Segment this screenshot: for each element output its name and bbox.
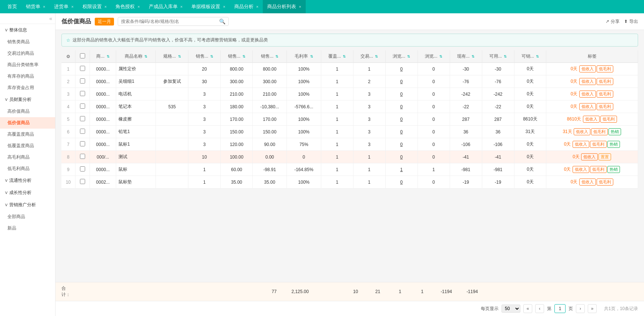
recent-badge[interactable]: 近一月: [95, 18, 114, 26]
td-b1[interactable]: 0: [385, 113, 417, 126]
td-checkbox[interactable]: [75, 176, 90, 188]
browse-link[interactable]: 0: [400, 104, 403, 109]
row-checkbox[interactable]: [80, 179, 85, 184]
sidebar-item-库存资金占用[interactable]: 库存资金占用: [0, 82, 55, 94]
th-code[interactable]: 商... ⇅: [90, 50, 116, 63]
per-page-select[interactable]: 50 100 200: [502, 305, 520, 313]
th-name[interactable]: 商品名称 ⇅: [116, 50, 156, 63]
th-coverage[interactable]: 覆盖... ⇅: [321, 50, 353, 63]
nav-item-商品分析列表[interactable]: 商品分析列表 ×: [263, 0, 305, 13]
select-all-checkbox[interactable]: [80, 53, 85, 58]
td-b1[interactable]: 0: [385, 138, 417, 151]
browse-link[interactable]: 0: [400, 154, 403, 160]
th-grossMargin[interactable]: 毛利率 ⇅: [287, 50, 321, 63]
nav-item-角色授权[interactable]: 角色授权 ×: [111, 0, 144, 13]
td-checkbox[interactable]: [75, 113, 90, 126]
browse-link[interactable]: 0: [400, 142, 403, 147]
browse-link[interactable]: 0: [400, 79, 403, 84]
td-checkbox[interactable]: [75, 163, 90, 176]
search-icon[interactable]: 🔍: [219, 18, 225, 24]
export-button[interactable]: ⬆ 导出: [624, 18, 638, 25]
nav-item-商品分析[interactable]: 商品分析 ×: [230, 0, 263, 13]
th-sales1[interactable]: 销售... ⇅: [188, 50, 221, 63]
sidebar-item-高毛利商品[interactable]: 高毛利商品: [0, 152, 55, 163]
th-sales2[interactable]: 销售... ⇅: [221, 50, 253, 63]
td-b1[interactable]: 0: [385, 63, 417, 75]
nav-item-进货单[interactable]: 进货单 ×: [50, 0, 78, 13]
td-b1[interactable]: 1: [385, 163, 417, 176]
th-saleable[interactable]: 可销... ⇅: [514, 50, 546, 63]
td-b1[interactable]: 0: [385, 88, 417, 101]
browse-link[interactable]: 0: [400, 67, 403, 72]
th-browse1[interactable]: 浏览... ⇅: [385, 50, 417, 63]
th-browse2[interactable]: 浏览... ⇅: [417, 50, 450, 63]
close-icon[interactable]: ×: [255, 4, 258, 9]
sidebar-item-商品分类销售率[interactable]: 商品分类销售率: [0, 59, 55, 71]
last-page-btn[interactable]: »: [588, 304, 597, 313]
close-icon[interactable]: ×: [103, 4, 107, 9]
sidebar-item-高覆盖度商品[interactable]: 高覆盖度商品: [0, 129, 55, 140]
td-checkbox[interactable]: [75, 151, 90, 163]
close-icon[interactable]: ×: [42, 4, 45, 9]
nav-item-权限设置[interactable]: 权限设置 ×: [78, 0, 111, 13]
row-checkbox[interactable]: [80, 116, 85, 121]
prev-page-btn[interactable]: ‹: [535, 304, 544, 313]
browse-link[interactable]: 1: [400, 167, 403, 172]
sidebar-item-有库存的商品[interactable]: 有库存的商品: [0, 71, 55, 82]
th-spec[interactable]: 规格... ⇅: [156, 50, 188, 63]
browse-link[interactable]: 0: [400, 129, 403, 135]
sidebar-group[interactable]: ∨ 营销推广分析: [0, 199, 55, 211]
td-b1[interactable]: 0: [385, 101, 417, 113]
close-icon[interactable]: ×: [298, 4, 301, 9]
nav-item-首页[interactable]: 首页: [3, 0, 21, 13]
th-available[interactable]: 可用... ⇅: [482, 50, 514, 63]
row-checkbox[interactable]: [80, 91, 85, 96]
td-checkbox[interactable]: [75, 126, 90, 138]
td-b1[interactable]: 0: [385, 151, 417, 163]
row-checkbox[interactable]: [80, 78, 85, 84]
browse-link[interactable]: 0: [400, 117, 403, 122]
browse-link[interactable]: 0: [400, 180, 403, 185]
sidebar-item-全部商品[interactable]: 全部商品: [0, 211, 55, 222]
nav-item-产成品入库单[interactable]: 产成品入库单 ×: [144, 0, 187, 13]
browse-link[interactable]: 0: [400, 92, 403, 97]
close-icon[interactable]: ×: [70, 4, 73, 9]
td-checkbox[interactable]: [75, 63, 90, 75]
td-b1[interactable]: 0: [385, 75, 417, 88]
td-checkbox[interactable]: [75, 101, 90, 113]
td-b1[interactable]: 0: [385, 176, 417, 188]
row-checkbox[interactable]: [80, 154, 85, 159]
next-page-btn[interactable]: ›: [576, 304, 585, 313]
nav-item-单据模板设置[interactable]: 单据模板设置 ×: [187, 0, 229, 13]
sidebar-group[interactable]: ∨ 员财案分析: [0, 94, 55, 106]
td-checkbox[interactable]: [75, 75, 90, 88]
th-settings[interactable]: ⚙: [61, 50, 75, 63]
collapse-button[interactable]: «: [0, 13, 55, 24]
row-checkbox[interactable]: [80, 66, 85, 71]
td-b1[interactable]: 0: [385, 126, 417, 138]
search-box[interactable]: 🔍: [118, 17, 229, 26]
th-transaction[interactable]: 交易... ⇅: [353, 50, 385, 63]
sidebar-group[interactable]: ∨ 成长性分析: [0, 187, 55, 199]
close-icon[interactable]: ×: [222, 4, 225, 9]
th-current[interactable]: 现有... ⇅: [450, 50, 482, 63]
sidebar-group[interactable]: ∨ 流通性分析: [0, 174, 55, 187]
share-button[interactable]: ↗ 分享: [606, 18, 620, 25]
td-checkbox[interactable]: [75, 138, 90, 151]
close-icon[interactable]: ×: [179, 4, 182, 9]
row-checkbox[interactable]: [80, 129, 85, 134]
row-checkbox[interactable]: [80, 166, 85, 171]
sidebar-item-低覆盖度商品[interactable]: 低覆盖度商品: [0, 140, 55, 152]
row-checkbox[interactable]: [80, 103, 85, 109]
first-page-btn[interactable]: «: [523, 304, 532, 313]
nav-item-销货单[interactable]: 销货单 ×: [21, 0, 50, 13]
th-sales3[interactable]: 销售... ⇅: [253, 50, 287, 63]
sidebar-item-低价值商品[interactable]: 低价值商品: [0, 117, 55, 129]
close-icon[interactable]: ×: [136, 4, 140, 9]
row-checkbox[interactable]: [80, 141, 85, 146]
sidebar-item-销售类商品[interactable]: 销售类商品: [0, 36, 55, 48]
sidebar-item-交易过的商品[interactable]: 交易过的商品: [0, 48, 55, 59]
td-checkbox[interactable]: [75, 88, 90, 101]
sidebar-item-新品[interactable]: 新品: [0, 222, 55, 234]
sidebar-item-低毛利商品[interactable]: 低毛利商品: [0, 163, 55, 174]
